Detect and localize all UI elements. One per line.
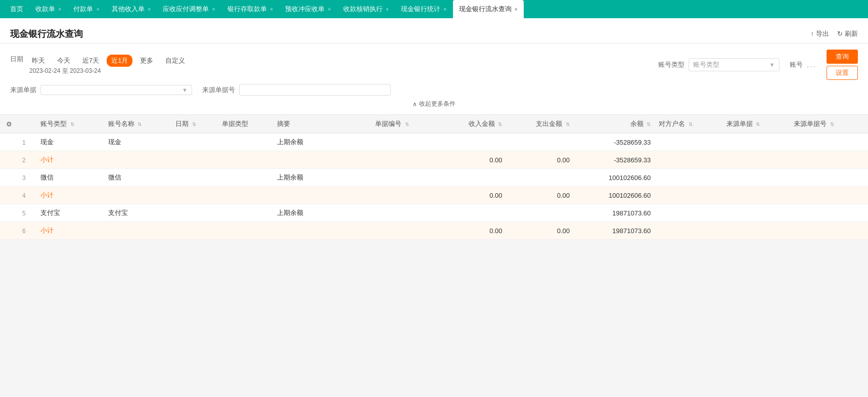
- th-account-name[interactable]: 账号名称 ⇅: [104, 115, 172, 134]
- cell-expense: 0.00: [506, 187, 574, 204]
- th-source-doc[interactable]: 来源单据 ⇅: [722, 115, 790, 134]
- nav-other-income[interactable]: 其他收入单 ×: [106, 0, 157, 18]
- date-btn-today[interactable]: 今天: [53, 55, 75, 67]
- nav-receipt[interactable]: 收款单 ×: [29, 0, 67, 18]
- cell-checkbox: [0, 222, 18, 240]
- th-counterpart[interactable]: 对方户名 ⇅: [655, 115, 722, 134]
- th-balance[interactable]: 余额 ⇅: [574, 115, 655, 134]
- cell-balance: -3528659.33: [574, 134, 655, 151]
- cell-doc-type: [218, 222, 273, 240]
- th-expense[interactable]: 支出金额 ⇅: [506, 115, 574, 134]
- th-account-type[interactable]: 账号类型 ⇅: [36, 115, 104, 134]
- cell-num: 4: [18, 187, 36, 204]
- th-account-name-label: 账号名称: [108, 120, 134, 127]
- date-btn-1month[interactable]: 近1月: [107, 55, 132, 67]
- nav-cash-bank-stat-close[interactable]: ×: [443, 6, 446, 12]
- table-row[interactable]: 3 微信 微信 上期余额 100102606.60: [0, 169, 868, 187]
- cell-account-type: 小计: [36, 222, 104, 240]
- date-range-display: 2023-02-24 至 2023-03-24: [29, 67, 190, 75]
- sort-icon-expense: ⇅: [566, 121, 570, 127]
- th-source-doc-no-label: 来源单据号: [794, 120, 827, 127]
- cell-doc-type: [218, 204, 273, 222]
- cell-balance: 19871073.60: [574, 204, 655, 222]
- cell-account-name: 支付宝: [104, 204, 172, 222]
- account-type-select[interactable]: 账号类型 ▼: [689, 58, 780, 71]
- date-options-container: 昨天 今天 近7天 近1月 更多 自定义 2023-02-24 至 2023-0…: [27, 55, 190, 75]
- cell-account-type: 支付宝: [36, 204, 104, 222]
- cell-source-doc: [722, 187, 790, 204]
- th-account-type-label: 账号类型: [40, 120, 67, 127]
- filter-area: 日期 昨天 今天 近7天 近1月 更多 自定义 2023-02-24 至 202…: [0, 43, 868, 115]
- source-doc-label: 来源单据: [10, 85, 36, 95]
- cell-expense: 0.00: [506, 151, 574, 169]
- cell-source-doc-no: [790, 151, 868, 169]
- nav-bank-deposit[interactable]: 银行存取款单 ×: [221, 0, 279, 18]
- date-btn-custom[interactable]: 自定义: [161, 55, 190, 67]
- cell-balance: -3528659.33: [574, 151, 655, 169]
- nav-other-income-close[interactable]: ×: [148, 6, 151, 12]
- th-doc-no-label: 单据编号: [375, 120, 401, 127]
- nav-cash-bank-flow[interactable]: 现金银行流水查询 ×: [453, 0, 524, 18]
- nav-collection-exec[interactable]: 收款核销执行 ×: [337, 0, 395, 18]
- export-button[interactable]: ↑ 导出: [811, 29, 830, 38]
- cell-checkbox: [0, 204, 18, 222]
- nav-cash-bank-stat[interactable]: 现金银行统计 ×: [395, 0, 452, 18]
- export-icon: ↑: [811, 30, 814, 37]
- th-source-doc-no[interactable]: 来源单据号 ⇅: [790, 115, 868, 134]
- table-row[interactable]: 5 支付宝 支付宝 上期余额 19871073.60: [0, 204, 868, 222]
- date-btn-7days[interactable]: 近7天: [78, 55, 104, 67]
- nav-bank-deposit-label: 银行存取款单: [227, 5, 267, 14]
- account-more-dots[interactable]: ...: [807, 60, 816, 69]
- cell-balance: 100102606.60: [574, 169, 655, 187]
- sort-icon-source-doc: ⇅: [756, 121, 760, 127]
- cell-income: [439, 134, 507, 151]
- nav-payment[interactable]: 付款单 ×: [67, 0, 105, 18]
- nav-home[interactable]: 首页: [4, 0, 29, 18]
- source-doc-select[interactable]: ▼: [40, 85, 192, 95]
- nav-prepaid-close[interactable]: ×: [328, 6, 331, 12]
- cell-checkbox: [0, 134, 18, 151]
- table-row[interactable]: 4 小计 0.00 0.00 100102606.60: [0, 187, 868, 204]
- settings-button[interactable]: 设置: [827, 66, 858, 80]
- cell-doc-type: [218, 187, 273, 204]
- cell-income: 0.00: [439, 187, 507, 204]
- nav-prepaid[interactable]: 预收冲应收单 ×: [279, 0, 337, 18]
- th-summary: 摘要: [273, 115, 371, 134]
- nav-collection-exec-close[interactable]: ×: [386, 6, 389, 12]
- cell-account-name: 现金: [104, 134, 172, 151]
- nav-cash-bank-flow-close[interactable]: ×: [515, 6, 518, 12]
- cell-account-type: 小计: [36, 187, 104, 204]
- nav-ar-ap-adjust[interactable]: 应收应付调整单 ×: [157, 0, 221, 18]
- nav-receipt-close[interactable]: ×: [58, 6, 61, 12]
- th-income[interactable]: 收入金额 ⇅: [439, 115, 507, 134]
- th-date-label: 日期: [175, 120, 189, 127]
- cell-balance: 19871073.60: [574, 222, 655, 240]
- th-doc-no[interactable]: 单据编号 ⇅: [371, 115, 439, 134]
- cell-counterpart: [655, 134, 722, 151]
- collapse-button[interactable]: ∧ 收起更多条件: [10, 100, 858, 108]
- nav-ar-ap-adjust-label: 应收应付调整单: [163, 5, 209, 14]
- sort-icon-source-doc-no: ⇅: [830, 121, 834, 127]
- th-doc-type: 单据类型: [218, 115, 273, 134]
- th-settings[interactable]: ⚙: [0, 115, 18, 134]
- nav-payment-close[interactable]: ×: [96, 6, 99, 12]
- source-doc-no-input[interactable]: [239, 84, 391, 96]
- settings-icon: ⚙: [6, 120, 12, 128]
- cell-income: [439, 169, 507, 187]
- th-date[interactable]: 日期 ⇅: [171, 115, 218, 134]
- table-row[interactable]: 1 现金 现金 上期余额 -3528659.33: [0, 134, 868, 151]
- query-button[interactable]: 查询: [827, 50, 858, 64]
- table-row[interactable]: 2 小计 0.00 0.00 -3528659.33: [0, 151, 868, 169]
- cell-income: 0.00: [439, 222, 507, 240]
- date-btn-more[interactable]: 更多: [135, 55, 158, 67]
- nav-ar-ap-adjust-close[interactable]: ×: [212, 6, 215, 12]
- cell-expense: [506, 134, 574, 151]
- sort-icon-account-name: ⇅: [138, 121, 142, 127]
- export-label: 导出: [816, 29, 829, 38]
- refresh-button[interactable]: ↻ 刷新: [837, 29, 858, 38]
- date-btn-yesterday[interactable]: 昨天: [27, 55, 50, 67]
- top-navigation: 首页 收款单 × 付款单 × 其他收入单 × 应收应付调整单 × 银行存取款单 …: [0, 0, 868, 18]
- nav-bank-deposit-close[interactable]: ×: [270, 6, 273, 12]
- table-row[interactable]: 6 小计 0.00 0.00 19871073.60: [0, 222, 868, 240]
- cell-source-doc-no: [790, 187, 868, 204]
